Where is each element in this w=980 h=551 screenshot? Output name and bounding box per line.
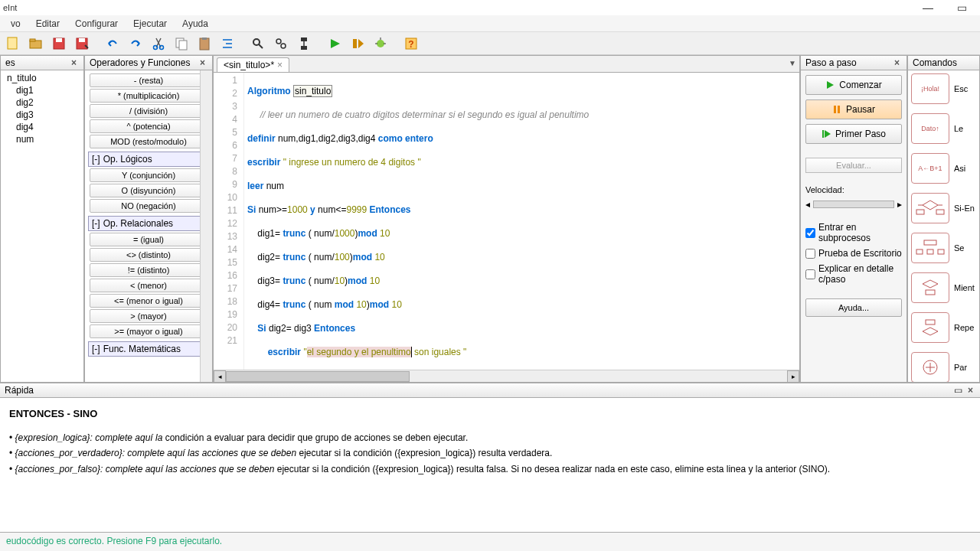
- editor-tab[interactable]: <sin_titulo>*×: [217, 57, 289, 72]
- redo-icon[interactable]: [126, 34, 145, 54]
- svg-point-24: [377, 40, 384, 47]
- quick-help-panel: Rápida ▭× ENTONCES - SINO • {expresion_l…: [0, 383, 980, 532]
- indent-icon[interactable]: [217, 34, 237, 54]
- titlebar: eInt — ▭: [0, 0, 980, 15]
- operators-title: Operadores y Funciones: [90, 57, 190, 68]
- variables-title: es: [5, 57, 15, 68]
- flow-icon[interactable]: [294, 34, 314, 54]
- tab-close-icon[interactable]: ×: [277, 60, 283, 70]
- svg-rect-4: [56, 38, 62, 42]
- menu-editar[interactable]: Editar: [28, 17, 67, 31]
- paste-icon[interactable]: [194, 34, 214, 54]
- op-item[interactable]: < (menor): [90, 279, 207, 292]
- var-item[interactable]: dig1: [2, 84, 82, 96]
- restore-icon[interactable]: ▭: [951, 385, 965, 396]
- pause-button[interactable]: Pausar: [805, 99, 902, 119]
- help-button[interactable]: Ayuda...: [805, 298, 902, 317]
- op-item[interactable]: / (división): [90, 104, 207, 118]
- menu-ayuda[interactable]: Ayuda: [175, 17, 216, 31]
- maximize-button[interactable]: ▭: [952, 2, 971, 14]
- op-item[interactable]: >= (mayor o igual): [90, 324, 207, 338]
- scrollbar[interactable]: [200, 70, 212, 382]
- status-text: eudocódigo es correcto. Presione F9 para…: [6, 536, 222, 546]
- op-item[interactable]: = (igual): [90, 233, 207, 246]
- chk-explicar[interactable]: Explicar en detalle c/paso: [805, 263, 902, 285]
- code-editor[interactable]: 123456789101112131415161718192021 Algori…: [214, 73, 799, 370]
- variables-list[interactable]: n_titulo dig1 dig2 dig3 dig4 num: [1, 70, 83, 382]
- help-line: • {acciones_por_verdadero}: complete aqu…: [9, 445, 971, 461]
- saveas-icon[interactable]: [72, 34, 92, 54]
- cut-icon[interactable]: [149, 34, 168, 54]
- debug-icon[interactable]: [371, 34, 390, 54]
- code-content[interactable]: Algoritmo sin_titulo // leer un numero d…: [244, 73, 799, 370]
- var-item[interactable]: dig3: [2, 109, 82, 121]
- op-item[interactable]: <= (menor o igual): [90, 294, 207, 308]
- horizontal-scrollbar[interactable]: ◂ ▸: [214, 370, 799, 382]
- svg-rect-39: [927, 249, 933, 254]
- close-icon[interactable]: ×: [198, 57, 207, 68]
- undo-icon[interactable]: [103, 34, 122, 54]
- svg-point-7: [154, 45, 158, 49]
- close-icon[interactable]: ×: [892, 57, 902, 68]
- op-item[interactable]: * (multiplicación): [90, 89, 207, 103]
- op-item[interactable]: MOD (resto/modulo): [90, 135, 207, 148]
- op-item[interactable]: ^ (potencia): [90, 119, 207, 133]
- svg-rect-11: [200, 38, 209, 50]
- svg-rect-30: [834, 106, 836, 113]
- speed-right-icon[interactable]: ▸: [897, 199, 902, 210]
- op-item[interactable]: > (mayor): [90, 309, 207, 323]
- var-item[interactable]: n_titulo: [2, 72, 82, 84]
- step-icon[interactable]: [348, 34, 368, 54]
- run-icon[interactable]: [325, 34, 345, 54]
- new-icon[interactable]: [3, 34, 23, 54]
- variables-panel: es× n_titulo dig1 dig2 dig3 dig4 num: [0, 55, 84, 383]
- copy-icon[interactable]: [172, 34, 191, 54]
- cmd-sientonces[interactable]: Si-En: [911, 193, 976, 223]
- find-icon[interactable]: [248, 34, 268, 54]
- svg-rect-32: [822, 130, 824, 138]
- op-item[interactable]: != (distinto): [90, 263, 207, 277]
- svg-point-19: [281, 44, 286, 48]
- close-icon[interactable]: ×: [69, 57, 79, 68]
- op-item[interactable]: <> (distinto): [90, 248, 207, 262]
- speed-slider[interactable]: [813, 201, 894, 208]
- var-item[interactable]: dig4: [2, 121, 82, 133]
- cmd-escribir[interactable]: ¡Hola!Esc: [911, 73, 976, 104]
- speed-left-icon[interactable]: ◂: [805, 199, 810, 210]
- group-math[interactable]: [-]Func. Matemáticas: [88, 341, 209, 357]
- op-item[interactable]: Y (conjunción): [90, 168, 207, 182]
- eval-button[interactable]: Evaluar...: [805, 158, 902, 173]
- op-item[interactable]: O (disyunción): [90, 184, 207, 197]
- first-step-button[interactable]: Primer Paso: [805, 124, 902, 144]
- cmd-mientras[interactable]: Mient: [911, 272, 976, 303]
- save-icon[interactable]: [49, 34, 69, 54]
- group-rel[interactable]: [-]Op. Relacionales: [88, 216, 209, 231]
- op-item[interactable]: - (resta): [90, 73, 207, 87]
- menu-ejecutar[interactable]: Ejecutar: [126, 17, 175, 31]
- svg-rect-38: [916, 249, 923, 254]
- open-icon[interactable]: [26, 34, 46, 54]
- cmd-repetir[interactable]: Repe: [911, 312, 976, 343]
- chk-prueba[interactable]: Prueba de Escritorio: [805, 248, 902, 259]
- op-item[interactable]: NO (negación): [90, 199, 207, 213]
- close-icon[interactable]: ×: [965, 385, 975, 396]
- window-title: eInt: [3, 3, 17, 12]
- cmd-segun[interactable]: Se: [911, 233, 976, 263]
- svg-rect-35: [916, 210, 924, 214]
- var-item[interactable]: num: [2, 133, 82, 145]
- begin-button[interactable]: Comenzar: [805, 75, 902, 95]
- chk-subprocesos[interactable]: Entrar en subprocesos: [805, 222, 902, 243]
- var-item[interactable]: dig2: [2, 96, 82, 109]
- cmd-para[interactable]: Par: [911, 352, 976, 382]
- cmd-asignar[interactable]: A←B+1Asi: [911, 153, 976, 184]
- svg-rect-20: [301, 37, 307, 41]
- help-icon[interactable]: ?: [401, 34, 421, 54]
- replace-icon[interactable]: [271, 34, 291, 54]
- tab-dropdown-icon[interactable]: ▼: [789, 59, 796, 67]
- minimize-button[interactable]: —: [919, 2, 937, 14]
- cmd-leer[interactable]: Dato↑Le: [911, 113, 976, 144]
- help-line: • {expresion_logica}: complete aquí la c…: [9, 430, 971, 445]
- menu-configurar[interactable]: Configurar: [67, 17, 126, 31]
- menu-archivo[interactable]: vo: [3, 17, 28, 31]
- group-logic[interactable]: [-]Op. Lógicos: [88, 152, 209, 167]
